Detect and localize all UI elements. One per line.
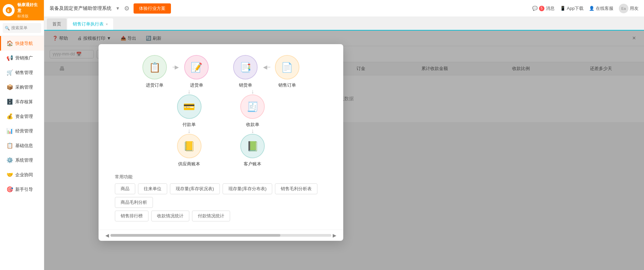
- purchase-order-node[interactable]: 📋 进货订单: [142, 55, 167, 88]
- sales-icon: 🛒: [6, 69, 13, 76]
- message-item[interactable]: 💬 5 消息: [532, 5, 555, 12]
- modal-overlay[interactable]: 📋 进货订单 ------- ▶: [44, 31, 644, 270]
- tab-close-icon[interactable]: ×: [106, 22, 108, 26]
- supplier-ledger-node[interactable]: 📒 供应商账本: [177, 134, 202, 167]
- settings-icon[interactable]: ⚙: [124, 5, 129, 12]
- sidebar-item-newbie[interactable]: 🎯 新手引导: [0, 182, 44, 197]
- sidebar-item-quick-nav[interactable]: 🏠 快捷导航: [0, 36, 44, 51]
- sidebar-search[interactable]: 🔍 搜索菜单: [0, 20, 44, 36]
- scroll-track[interactable]: [110, 234, 331, 237]
- purchase-order-icon: 📋: [142, 55, 167, 79]
- sidebar-item-purchase[interactable]: 📦 采购管理: [0, 80, 44, 94]
- download-icon: 📱: [560, 6, 565, 11]
- btn-sales-profit-analysis[interactable]: 销售毛利分析表: [275, 183, 317, 194]
- purchase-icon: 📦: [6, 84, 13, 90]
- user-avatar: Ea: [619, 4, 628, 13]
- modal-body: 📋 进货订单 ------- ▶: [99, 44, 343, 230]
- sidebar-item-inventory[interactable]: 🗄️ 库存核算: [0, 94, 44, 109]
- btn-sales-ranking[interactable]: 销售排行榜: [115, 211, 149, 221]
- basic-info-icon: 📋: [6, 142, 13, 149]
- app-download-item[interactable]: 📱 App下载: [560, 5, 584, 12]
- btn-product-profit[interactable]: 商品毛利分析: [115, 197, 153, 208]
- finance-icon: 💰: [6, 113, 13, 120]
- sidebar: 6 畅康通好生意 标准版 🔍 搜索菜单 🏠 快捷导航 📢 营销推广: [0, 0, 44, 270]
- online-service-item[interactable]: 👤 在线客服: [589, 5, 613, 12]
- tab-sales-order-exec[interactable]: 销售订单执行表 ×: [67, 18, 113, 30]
- flow-diagram: 📋 进货订单 ------- ▶: [112, 55, 330, 167]
- common-buttons-row2: 销售排行榜 收款情况统计 付款情况统计: [115, 211, 327, 221]
- topbar-right: 💬 5 消息 📱 App下载 👤 在线客服 Ea 用友: [532, 4, 639, 13]
- btn-stock-dist[interactable]: 现存量(库存分布表): [223, 183, 273, 194]
- common-functions-section: 常用功能 商品 往来单位 现存量(库存状况表) 现存量(库存分布表) 销售毛利分…: [112, 174, 330, 221]
- sidebar-item-sales[interactable]: 🛒 销售管理: [0, 65, 44, 80]
- sidebar-item-basic-info[interactable]: 📋 基础信息: [0, 138, 44, 153]
- logo-text: 畅康通好生意 标准版: [17, 2, 41, 19]
- home-icon: 🏠: [6, 40, 13, 47]
- customer-ledger-icon: 📗: [240, 134, 265, 158]
- search-icon: 🔍: [5, 26, 10, 31]
- page-content: ❓ 帮助 🖨 按模板打印 ▼ 📤 导出 🔄 刷新 ×: [44, 31, 644, 270]
- payment-slip-node[interactable]: 💳 付款单: [177, 94, 202, 128]
- flow-modal: 📋 进货订单 ------- ▶: [99, 44, 343, 241]
- sales-order-icon: 📄: [275, 55, 299, 79]
- customer-ledger-node[interactable]: 📗 客户账本: [240, 134, 265, 167]
- btn-payment-stats[interactable]: 付款情况统计: [192, 211, 230, 221]
- purchase-receipt-node[interactable]: 📝 进货单: [184, 55, 209, 88]
- system-icon: ⚙️: [6, 157, 13, 163]
- tab-home[interactable]: 首页: [47, 18, 67, 30]
- btn-stock-status[interactable]: 现存量(库存状况表): [170, 183, 220, 194]
- receipt-slip-node[interactable]: 🧾 收款单: [240, 94, 265, 128]
- supplier-ledger-icon: 📒: [177, 134, 202, 158]
- btn-counterpart[interactable]: 往来单位: [138, 183, 167, 194]
- sidebar-item-operations[interactable]: 📊 经营管理: [0, 124, 44, 138]
- service-icon: 👤: [589, 6, 594, 11]
- logo-icon: 6: [3, 4, 15, 16]
- purchase-receipt-icon: 📝: [184, 55, 209, 79]
- scroll-thumb[interactable]: [110, 234, 280, 237]
- scroll-left-arrow[interactable]: ◀: [104, 233, 110, 238]
- sidebar-nav: 🏠 快捷导航 📢 营销推广 🛒 销售管理 📦 采购管理 🗄️ 库存核算 💰: [0, 36, 44, 270]
- inventory-icon: 🗄️: [6, 98, 13, 105]
- topbar: 装备及固定资产辅助管理系统 ▼ ⚙ 体验行业方案 💬 5 消息 📱 App下载 …: [44, 0, 644, 17]
- message-icon: 💬: [532, 6, 538, 11]
- sidebar-item-finance[interactable]: 💰 资金管理: [0, 109, 44, 124]
- try-plan-button[interactable]: 体验行业方案: [134, 3, 171, 14]
- newbie-icon: 🎯: [6, 186, 13, 193]
- sales-invoice-node[interactable]: 📑 销货单: [233, 55, 258, 88]
- operations-icon: 📊: [6, 128, 13, 134]
- tabbar: 首页 销售订单执行表 ×: [44, 17, 644, 31]
- scroll-right-arrow[interactable]: ▶: [331, 233, 338, 238]
- payment-slip-icon: 💳: [177, 94, 202, 119]
- sales-order-node[interactable]: 📄 销售订单: [275, 55, 299, 88]
- main-content: 装备及固定资产辅助管理系统 ▼ ⚙ 体验行业方案 💬 5 消息 📱 App下载 …: [44, 0, 644, 270]
- marketing-icon: 📢: [6, 55, 13, 61]
- search-menu-button[interactable]: 🔍 搜索菜单: [3, 23, 41, 33]
- system-title: 装备及固定资产辅助管理系统: [50, 5, 111, 12]
- svg-text:6: 6: [7, 9, 9, 13]
- sidebar-item-enterprise[interactable]: 🤝 企业协同: [0, 167, 44, 182]
- receipt-slip-icon: 🧾: [240, 94, 265, 119]
- message-badge: 5: [539, 6, 544, 11]
- dropdown-arrow-icon[interactable]: ▼: [116, 6, 120, 11]
- enterprise-icon: 🤝: [6, 172, 13, 178]
- common-buttons-row1: 商品 往来单位 现存量(库存状况表) 现存量(库存分布表) 销售毛利分析表 商品…: [115, 183, 327, 208]
- common-functions-title: 常用功能: [115, 174, 327, 180]
- user-avatar-item[interactable]: Ea 用友: [619, 4, 639, 13]
- sidebar-logo: 6 畅康通好生意 标准版: [0, 0, 44, 20]
- modal-scrollbar[interactable]: ◀ ▶: [99, 230, 343, 241]
- sidebar-item-marketing[interactable]: 📢 营销推广: [0, 51, 44, 65]
- sales-invoice-icon: 📑: [233, 55, 258, 79]
- sidebar-item-system[interactable]: ⚙️ 系统管理: [0, 153, 44, 167]
- btn-receipt-stats[interactable]: 收款情况统计: [151, 211, 189, 221]
- btn-product[interactable]: 商品: [115, 183, 135, 194]
